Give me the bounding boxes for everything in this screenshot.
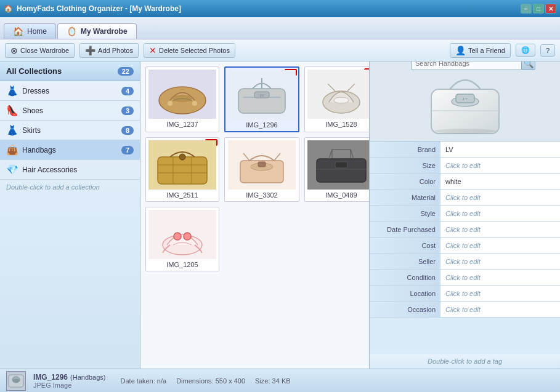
skirts-label: Skirts (22, 126, 121, 135)
handbags-count: 7 (121, 146, 134, 154)
sidebar-item-handbags[interactable]: 👜 Handbags 7 (0, 140, 140, 160)
bag-svg-0489 (310, 143, 369, 186)
sidebar-item-dresses[interactable]: 👗 Dresses 4 (0, 81, 140, 101)
color-label: Color (370, 174, 440, 189)
shoes-label: Shoes (22, 106, 121, 115)
style-label: Style (370, 206, 440, 221)
add-photos-button[interactable]: ➕ Add Photos (79, 43, 139, 58)
style-value[interactable]: Click to edit (440, 206, 560, 221)
help-button[interactable]: ? (540, 44, 555, 57)
minimize-button[interactable]: − (521, 4, 532, 14)
prop-row-condition: Condition Click to edit (370, 270, 560, 286)
photo-item-img2511[interactable]: Edit IMG_2511 (145, 137, 219, 202)
status-details: Date taken: n/a Dimensions: 550 x 400 Si… (121, 377, 291, 385)
dresses-label: Dresses (22, 87, 121, 95)
wardrobe-icon: 🪞 (67, 26, 77, 36)
svg-line-11 (347, 84, 355, 91)
shoes-icon: 👠 (6, 105, 18, 116)
hair-accessories-label: Hair Accessories (22, 166, 134, 174)
status-thumbnail (6, 371, 26, 391)
bag-svg-1237 (152, 73, 213, 116)
occasion-value[interactable]: Click to edit (440, 302, 560, 317)
add-photos-icon: ➕ (85, 46, 95, 55)
skirts-count: 8 (121, 126, 134, 135)
svg-point-31 (184, 233, 191, 240)
prop-row-cost: Cost Click to edit (370, 238, 560, 254)
content-area: IMG_1237 Edit LV IMG_1296 (140, 62, 369, 369)
main-layout: All Collections 22 👗 Dresses 4 👠 Shoes 3… (0, 62, 560, 369)
photo-item-img3302[interactable]: IMG_3302 (224, 137, 299, 202)
brand-value[interactable]: LV (440, 142, 560, 157)
date-purchased-value[interactable]: Click to edit (440, 222, 560, 237)
tab-bar: 🏠 Home 🪞 My Wardrobe 🔍 (0, 17, 560, 39)
all-collections-count: 22 (118, 67, 134, 76)
item-preview: LV (370, 62, 560, 142)
close-button[interactable]: ✕ (545, 4, 556, 14)
condition-value[interactable]: Click to edit (440, 270, 560, 285)
status-info: IMG_1296 (Handbags) JPEG Image (33, 373, 106, 389)
svg-point-18 (179, 154, 185, 160)
photo-name-img1528: IMG_1528 (325, 121, 357, 128)
seller-value[interactable]: Click to edit (440, 254, 560, 269)
svg-line-21 (274, 153, 280, 161)
size-value[interactable]: Click to edit (440, 158, 560, 173)
maximize-button[interactable]: □ (533, 4, 544, 14)
sidebar-item-shoes[interactable]: 👠 Shoes 3 (0, 101, 140, 121)
bag-svg-1528 (310, 73, 369, 116)
help-label: ? (546, 47, 550, 54)
sidebar-item-skirts[interactable]: 👗 Skirts 8 (0, 121, 140, 140)
dresses-icon: 👗 (6, 85, 18, 97)
status-dimensions: Dimensions: 550 x 400 (176, 377, 245, 385)
prop-row-location: Location Click to edit (370, 286, 560, 302)
tab-wardrobe[interactable]: 🪞 My Wardrobe (57, 23, 137, 39)
location-value[interactable]: Click to edit (440, 286, 560, 301)
date-purchased-label: Date Purchased (370, 222, 440, 237)
sidebar-item-hair-accessories[interactable]: 💎 Hair Accessories (0, 160, 140, 180)
prop-row-brand: Brand LV (370, 142, 560, 158)
svg-point-37 (434, 129, 496, 134)
location-label: Location (370, 286, 440, 301)
preview-svg: LV (422, 65, 508, 138)
sidebar-item-all-collections[interactable]: All Collections 22 (0, 62, 140, 81)
home-icon: 🏠 (13, 26, 23, 36)
handbags-icon: 👜 (6, 144, 18, 156)
tell-friend-label: Tell a Friend (468, 47, 505, 54)
brand-label: Brand (370, 142, 440, 157)
tab-wardrobe-label: My Wardrobe (81, 27, 128, 36)
photo-item-img1296[interactable]: Edit LV IMG_1296 (224, 66, 299, 132)
svg-line-10 (328, 84, 335, 91)
bag-svg-2511 (152, 143, 213, 186)
tell-friend-button[interactable]: 👤 Tell a Friend (450, 43, 511, 58)
seller-label: Seller (370, 254, 440, 269)
delete-selected-button[interactable]: ✕ Delete Selected Photos (144, 43, 235, 58)
svg-line-20 (243, 153, 250, 161)
prop-row-color: Color white (370, 174, 560, 190)
photo-item-img1205[interactable]: IMG_1205 (145, 207, 219, 271)
status-filename: IMG_1296 (33, 373, 68, 382)
occasion-label: Occasion (370, 302, 440, 317)
add-collection-hint[interactable]: Double-click to add a collection (0, 180, 140, 194)
photo-grid: IMG_1237 Edit LV IMG_1296 (145, 66, 364, 271)
handbags-label: Handbags (22, 146, 121, 154)
svg-point-12 (334, 97, 349, 103)
tab-home[interactable]: 🏠 Home (4, 23, 56, 39)
photo-item-img1528[interactable]: Edit IMG_1528 (304, 66, 369, 132)
close-wardrobe-icon: ⊗ (10, 46, 18, 55)
cost-value[interactable]: Click to edit (440, 238, 560, 253)
photo-thumb-img3302 (228, 140, 296, 190)
status-bar: IMG_1296 (Handbags) JPEG Image Date take… (0, 369, 560, 392)
globe-button[interactable]: 🌐 (516, 44, 535, 57)
status-date-taken: Date taken: n/a (121, 377, 167, 385)
photo-name-img1205: IMG_1205 (166, 261, 198, 268)
svg-rect-40 (13, 379, 19, 382)
material-value[interactable]: Click to edit (440, 190, 560, 205)
toolbar-right: 👤 Tell a Friend 🌐 ? (450, 43, 555, 58)
status-category: (Handbags) (70, 374, 105, 381)
close-wardrobe-button[interactable]: ⊗ Close Wardrobe (5, 43, 75, 58)
photo-item-img0489[interactable]: IMG_0489 (304, 137, 369, 202)
add-tag-hint[interactable]: Double-click to add a tag (370, 354, 560, 369)
app-title: HomyFads Clothing Organizer - [My Wardro… (17, 4, 181, 13)
photo-item-img1237[interactable]: IMG_1237 (145, 66, 219, 132)
delete-selected-label: Delete Selected Photos (159, 47, 230, 54)
color-value[interactable]: white (440, 174, 560, 189)
